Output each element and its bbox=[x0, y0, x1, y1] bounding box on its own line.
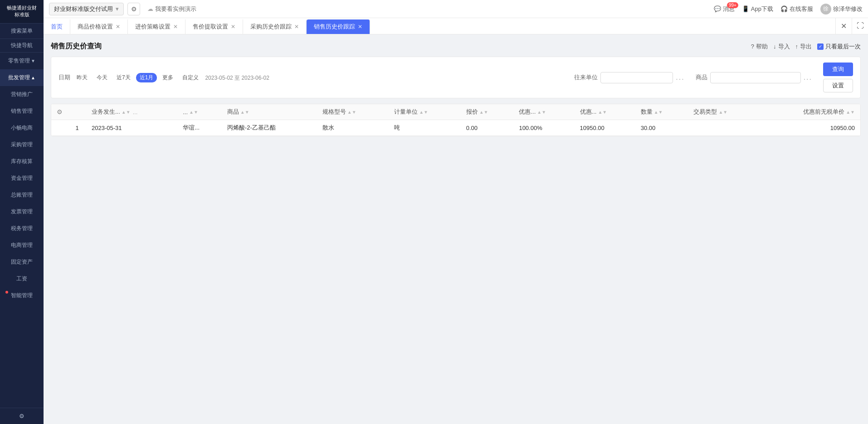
sidebar-item-marketing[interactable]: 营销推广 bbox=[0, 86, 44, 103]
topbar-settings-button[interactable]: ⚙ bbox=[127, 3, 140, 15]
sidebar-item-ledger[interactable]: 总账管理 bbox=[0, 187, 44, 203]
sidebar-quicknav[interactable]: 快捷导航 bbox=[0, 39, 44, 53]
close-icon[interactable]: ✕ bbox=[294, 24, 299, 30]
sales-history-table: ⚙ 业务发生... ▲▼ ... ... bbox=[51, 104, 860, 136]
col-header-quantity[interactable]: 数量 ▲▼ bbox=[635, 104, 688, 120]
sidebar-item-invoice[interactable]: 发票管理 bbox=[0, 203, 44, 220]
help-link[interactable]: ? 帮助 bbox=[751, 43, 768, 51]
col-header-num bbox=[68, 104, 86, 120]
col-header-more[interactable]: ... ▲▼ bbox=[177, 104, 222, 120]
settings-button[interactable]: 设置 bbox=[823, 79, 853, 92]
date-filter: 日期 昨天 今天 近7天 近1月 更多 自定义 2023-05-02 至 202… bbox=[59, 73, 269, 82]
topbar-right: 💬 消息 99+ 📱 App下载 🎧 在线客服 徐 徐泽华修改 bbox=[714, 4, 863, 14]
col-header-quoted[interactable]: 报价 ▲▼ bbox=[461, 104, 514, 120]
sidebar-item-retail[interactable]: 零售管理 ▼ bbox=[0, 53, 44, 69]
only-last-checkbox[interactable]: ✓ 只看最后一次 bbox=[817, 43, 861, 51]
col-header-discount2[interactable]: 优惠... ▲▼ bbox=[575, 104, 635, 120]
col-spec-label: 规格型号 bbox=[322, 108, 346, 116]
tab-sales-history[interactable]: 销售历史价跟踪 ✕ bbox=[307, 19, 370, 34]
row-pretax: 10950.00 bbox=[760, 120, 860, 136]
col-header-product[interactable]: 商品 ▲▼ bbox=[222, 104, 317, 120]
gear-icon[interactable]: ⚙ bbox=[57, 108, 63, 116]
supplier-input[interactable] bbox=[600, 72, 673, 83]
col-more-label: ... bbox=[183, 109, 188, 116]
row-discount2: 10950.00 bbox=[575, 120, 635, 136]
expand-button[interactable]: ⛶ bbox=[852, 18, 868, 34]
query-button[interactable]: 查询 bbox=[823, 63, 853, 76]
date-opt-more[interactable]: 更多 bbox=[159, 73, 177, 82]
sort-icon: ▲▼ bbox=[189, 110, 198, 115]
tab-purchase-strategy-label: 进价策略设置 bbox=[135, 23, 171, 31]
row-more: 华谊... bbox=[177, 120, 222, 136]
sidebar-item-sales[interactable]: 销售管理 bbox=[0, 103, 44, 120]
tab-purchase-history-label: 采购历史价跟踪 bbox=[250, 23, 292, 31]
export-link[interactable]: ↑ 导出 bbox=[795, 43, 812, 51]
sidebar-item-tax[interactable]: 税务管理 bbox=[0, 220, 44, 237]
user-menu[interactable]: 徐 徐泽华修改 bbox=[820, 4, 863, 14]
table-row: 1 2023-05-31 华谊... 丙烯酸-2-乙基己酯 散水 吨 0.00 … bbox=[51, 120, 860, 136]
close-icon[interactable]: ✕ bbox=[116, 24, 120, 30]
col-pretax-label: 优惠前无税单价 bbox=[803, 108, 844, 116]
page-title: 销售历史价查询 bbox=[51, 42, 102, 51]
sidebar-item-smart[interactable]: 智能管理 bbox=[0, 287, 44, 304]
row-discount1: 100.00% bbox=[513, 120, 574, 136]
date-opt-yesterday[interactable]: 昨天 bbox=[73, 73, 91, 82]
demo-link[interactable]: ☁ 我要看实例演示 bbox=[147, 5, 196, 13]
date-options: 昨天 今天 近7天 近1月 更多 自定义 bbox=[73, 73, 202, 82]
product-input[interactable] bbox=[710, 72, 801, 83]
tab-product-price-label: 商品价格设置 bbox=[78, 23, 113, 31]
col-header-spec[interactable]: 规格型号 ▲▼ bbox=[317, 104, 389, 120]
close-icon[interactable]: ✕ bbox=[173, 24, 178, 30]
tab-purchase-strategy[interactable]: 进价策略设置 ✕ bbox=[128, 19, 185, 34]
message-badge: 99+ bbox=[727, 2, 738, 8]
online-service-button[interactable]: 🎧 在线客服 bbox=[780, 5, 813, 13]
sidebar-item-ecommerce2[interactable]: 电商管理 bbox=[0, 237, 44, 254]
import-link[interactable]: ↓ 导入 bbox=[773, 43, 790, 51]
col-header-pretax[interactable]: 优惠前无税单价 ▲▼ bbox=[760, 104, 860, 120]
table-header-row: ⚙ 业务发生... ▲▼ ... ... bbox=[51, 104, 860, 120]
sort-icon: ▲▼ bbox=[718, 110, 727, 115]
chevron-down-icon: ▾ bbox=[116, 5, 119, 12]
export-icon: ↑ bbox=[795, 43, 799, 50]
sidebar-item-wholesale[interactable]: 批发管理 ▲ bbox=[0, 69, 44, 86]
col-header-txntype[interactable]: 交易类型 ▲▼ bbox=[688, 104, 760, 120]
sidebar-item-payroll[interactable]: 工资 bbox=[0, 270, 44, 287]
page-header: 销售历史价查询 ? 帮助 ↓ 导入 ↑ 导出 ✓ 只看最后一次 bbox=[51, 42, 861, 51]
sidebar-item-purchase[interactable]: 采购管理 bbox=[0, 136, 44, 153]
product-dots-button[interactable]: ... bbox=[804, 73, 812, 82]
tab-purchase-history[interactable]: 采购历史价跟踪 ✕ bbox=[243, 19, 307, 34]
export-label: 导出 bbox=[800, 43, 812, 51]
close-icon[interactable]: ✕ bbox=[358, 24, 362, 30]
module-selector[interactable]: 好业财标准版交付试用 ▾ bbox=[49, 3, 124, 15]
tab-product-price[interactable]: 商品价格设置 ✕ bbox=[70, 19, 128, 34]
col-header-date[interactable]: 业务发生... ▲▼ ... bbox=[86, 104, 177, 120]
date-opt-custom[interactable]: 自定义 bbox=[179, 73, 202, 82]
date-opt-1month[interactable]: 近1月 bbox=[136, 73, 157, 82]
date-opt-7days[interactable]: 近7天 bbox=[113, 73, 134, 82]
supplier-dots-button[interactable]: ... bbox=[676, 73, 684, 82]
sidebar-item-finance[interactable]: 资金管理 bbox=[0, 170, 44, 187]
expand-icon: ⛶ bbox=[857, 22, 864, 30]
col-discount1-label: 优惠... bbox=[519, 108, 536, 116]
sidebar-item-inventory[interactable]: 库存核算 bbox=[0, 153, 44, 170]
close-icon[interactable]: ✕ bbox=[231, 24, 235, 30]
message-button[interactable]: 💬 消息 99+ bbox=[714, 5, 735, 13]
date-opt-today[interactable]: 今天 bbox=[93, 73, 111, 82]
tab-home[interactable]: 首页 bbox=[44, 19, 70, 34]
col-header-unit[interactable]: 计量单位 ▲▼ bbox=[389, 104, 460, 120]
sidebar-search[interactable]: 搜索菜单 bbox=[0, 24, 44, 39]
gear-icon: ⚙ bbox=[19, 413, 24, 419]
app-download-button[interactable]: 📱 App下载 bbox=[742, 5, 773, 13]
username-label: 徐泽华修改 bbox=[833, 5, 863, 13]
tab-sale-price[interactable]: 售价提取设置 ✕ bbox=[185, 19, 243, 34]
page-header-actions: ? 帮助 ↓ 导入 ↑ 导出 ✓ 只看最后一次 bbox=[751, 43, 861, 51]
close-tab-button[interactable]: ✕ bbox=[835, 18, 852, 34]
sidebar-item-ecommerce[interactable]: 小畅电商 bbox=[0, 120, 44, 136]
sidebar-settings-button[interactable]: ⚙ bbox=[0, 408, 44, 424]
row-num: 1 bbox=[68, 120, 86, 136]
col-header-discount1[interactable]: 优惠... ▲▼ bbox=[513, 104, 574, 120]
checkbox-checked-icon: ✓ bbox=[817, 43, 824, 50]
main-content: 好业财标准版交付试用 ▾ ⚙ ☁ 我要看实例演示 💬 消息 99+ 📱 App下… bbox=[44, 0, 868, 424]
sidebar-item-assets[interactable]: 固定资产 bbox=[0, 254, 44, 270]
col-more-icon[interactable]: ... bbox=[133, 109, 138, 116]
